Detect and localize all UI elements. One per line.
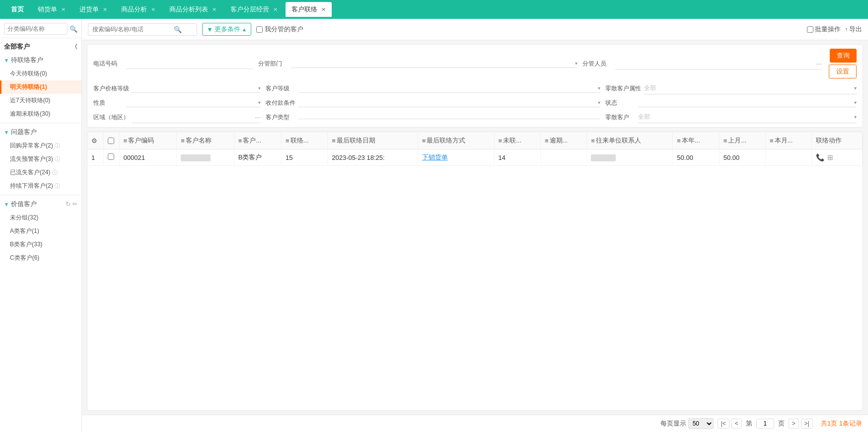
grid-action-icon[interactable]: ⊞ <box>827 153 833 161</box>
th-name[interactable]: ≡客户名称 <box>177 132 234 149</box>
filter-phone-input[interactable] <box>126 59 253 69</box>
nav-item-purchase[interactable]: 进货单 ✕ <box>73 2 113 17</box>
sidebar-search-input[interactable] <box>4 23 68 35</box>
th-this-year[interactable]: ≡本年... <box>673 132 719 149</box>
sidebar-collapse-icon[interactable]: 《 <box>72 43 77 51</box>
sidebar-item-b-class[interactable]: B类客户(33) <box>0 238 81 251</box>
content-area: 🔍 ▼ 更多条件 ▲ 我分管的客户 批量操作 ↑ 导出 <box>82 19 868 432</box>
batch-ops-btn[interactable]: 批量操作 <box>807 25 841 34</box>
sidebar-item-today[interactable]: 今天待联络(0) <box>0 67 81 80</box>
filter-status-select[interactable]: ▾ <box>638 98 857 107</box>
edit-icon[interactable]: ✏ <box>72 201 77 208</box>
phone-action-icon[interactable]: 📞 <box>816 153 824 161</box>
sidebar-item-abnormal[interactable]: 回购异常客户(2) ⓘ <box>0 139 81 152</box>
filter-manager-label: 分管人员 <box>582 60 612 68</box>
th-contact-person[interactable]: ≡往来单位联系人 <box>587 132 673 149</box>
pg-first-btn[interactable]: |< <box>718 419 729 429</box>
pg-input[interactable] <box>756 419 774 429</box>
filter-price-level-label: 客户价格等级 <box>93 84 129 93</box>
th-code[interactable]: ≡客户编码 <box>119 132 177 149</box>
sidebar-item-a-class[interactable]: A类客户(1) <box>0 224 81 238</box>
filter-dept-select[interactable]: ▾ <box>291 59 578 68</box>
refresh-icon[interactable]: ↻ <box>66 201 71 208</box>
th-overdue[interactable]: ≡逾期... <box>540 132 586 149</box>
th-contact[interactable]: ≡联络... <box>281 132 327 149</box>
filter-customer-type-select[interactable] <box>298 116 600 119</box>
filter-manager-dots[interactable]: ··· <box>816 60 822 68</box>
set-button[interactable]: 设置 <box>829 65 857 78</box>
sidebar-item-c-class[interactable]: C类客户(6) <box>0 251 81 265</box>
filter-payment-select[interactable]: ▾ <box>298 98 600 107</box>
th-settings[interactable]: ⚙ <box>87 132 103 149</box>
filter-more-btn[interactable]: ▼ 更多条件 ▲ <box>202 23 251 36</box>
filter-customer-level-select[interactable]: ▾ <box>298 84 600 93</box>
sidebar-search-icon[interactable]: 🔍 <box>70 25 77 33</box>
th-no-contact[interactable]: ≡未联... <box>494 132 540 149</box>
select-all-checkbox[interactable] <box>108 138 114 144</box>
th-this-month[interactable]: ≡本月... <box>766 132 812 149</box>
sidebar-item-tomorrow[interactable]: 明天待联络(1) <box>0 80 81 94</box>
contact-way-link[interactable]: 下销货单 <box>422 153 448 161</box>
row-checkbox[interactable] <box>108 153 114 160</box>
export-btn[interactable]: ↑ 导出 <box>845 25 862 34</box>
sidebar-item-churn-warning[interactable]: 流失预警客户(3) ⓘ <box>0 152 81 166</box>
filter-row-2: 客户价格等级 ▾ 客户等级 ▾ 零散客户属性 全部 <box>93 82 857 94</box>
search-icon-main[interactable]: 🔍 <box>174 26 182 33</box>
filter-price-level-select[interactable]: ▾ <box>132 84 261 93</box>
th-nc-sort: ≡ <box>499 137 503 144</box>
th-last-month[interactable]: ≡上月... <box>719 132 765 149</box>
nav-item-sales[interactable]: 销货单 ✕ <box>32 2 72 17</box>
sidebar-group-pending[interactable]: ▼ 待联络客户 <box>0 53 81 67</box>
sidebar-item-ungrouped[interactable]: 未分组(32) <box>0 211 81 224</box>
td-check[interactable] <box>103 149 119 166</box>
filter-manager-select[interactable]: ··· <box>615 58 822 70</box>
per-page-select[interactable]: 50 100 200 <box>688 418 714 429</box>
th-last-contact-date[interactable]: ≡最后联络日期 <box>328 132 418 149</box>
my-customers-check[interactable] <box>256 26 263 33</box>
nav-item-analysis-list[interactable]: 商品分析列表 ✕ <box>163 2 222 17</box>
sidebar-item-7days[interactable]: 近7天待联络(0) <box>0 94 81 107</box>
th-check[interactable] <box>103 132 119 149</box>
close-customer-layer-icon[interactable]: ✕ <box>273 6 278 13</box>
sidebar-group-value[interactable]: ▼ 价值客户 ↻ ✏ <box>0 197 81 211</box>
customer-table: ⚙ ≡客户编码 ≡客户名称 ≡客户... <box>87 132 863 166</box>
td-seq: 1 <box>87 149 103 166</box>
td-last-contact-way[interactable]: 下销货单 <box>418 149 494 166</box>
query-button[interactable]: 查询 <box>830 49 857 63</box>
pg-prev-btn[interactable]: < <box>731 419 742 429</box>
sidebar-item-declining[interactable]: 持续下滑客户(2) ⓘ <box>0 179 81 193</box>
my-customers-checkbox[interactable]: 我分管的客户 <box>256 25 303 34</box>
filter-manager: 分管人员 ··· <box>582 58 822 70</box>
close-purchase-icon[interactable]: ✕ <box>103 6 107 13</box>
th-last-contact-way[interactable]: ≡最后联络方式 <box>418 132 494 149</box>
sidebar-all-customers-label[interactable]: 全部客户 <box>4 42 30 51</box>
nav-item-home[interactable]: 首页 <box>5 2 30 17</box>
th-lcw-sort: ≡ <box>422 137 426 144</box>
nav-item-customer-contact[interactable]: 客户联络 ✕ <box>286 2 332 17</box>
settings-icon[interactable]: ⚙ <box>91 137 97 144</box>
pg-next-btn[interactable]: > <box>789 419 799 429</box>
filter-retail-customer-select[interactable]: 全部 ▾ <box>638 111 857 123</box>
close-sales-icon[interactable]: ✕ <box>61 6 66 13</box>
sidebar-group-problem[interactable]: ▼ 问题客户 <box>0 125 81 139</box>
search-input[interactable] <box>92 26 172 33</box>
nav-item-customer-layer[interactable]: 客户分层经营 ✕ <box>224 2 284 17</box>
filter-region-dots[interactable]: ··· <box>255 113 261 121</box>
close-analysis-icon[interactable]: ✕ <box>151 6 155 13</box>
th-contact-action[interactable]: 联络动作 <box>812 132 863 149</box>
filter-region-select[interactable]: ··· <box>132 112 261 123</box>
batch-ops-check[interactable] <box>807 26 813 33</box>
filter-retail-attr-select[interactable]: 全部 ▾ <box>644 82 857 94</box>
sidebar-item-churned[interactable]: 已流失客户(24) ⓘ <box>0 166 81 179</box>
filter-arrow-icon: ▲ <box>242 27 247 32</box>
th-type[interactable]: ≡客户... <box>234 132 281 149</box>
sidebar-item-overdue[interactable]: 逾期未联络(30) <box>0 107 81 121</box>
nav-item-analysis[interactable]: 商品分析 ✕ <box>115 2 161 17</box>
filter-nature-select[interactable]: ▾ <box>126 98 261 107</box>
pg-last-btn[interactable]: >| <box>801 419 813 429</box>
close-analysis-list-icon[interactable]: ✕ <box>212 6 217 13</box>
search-input-wrap: 🔍 <box>88 23 197 36</box>
close-customer-contact-icon[interactable]: ✕ <box>321 6 326 13</box>
table-row: 1 000021 B类客户 15 2023-05-23 18:25: 下销货单 … <box>87 149 863 166</box>
pagination: |< < 第 页 > >| <box>718 419 813 429</box>
